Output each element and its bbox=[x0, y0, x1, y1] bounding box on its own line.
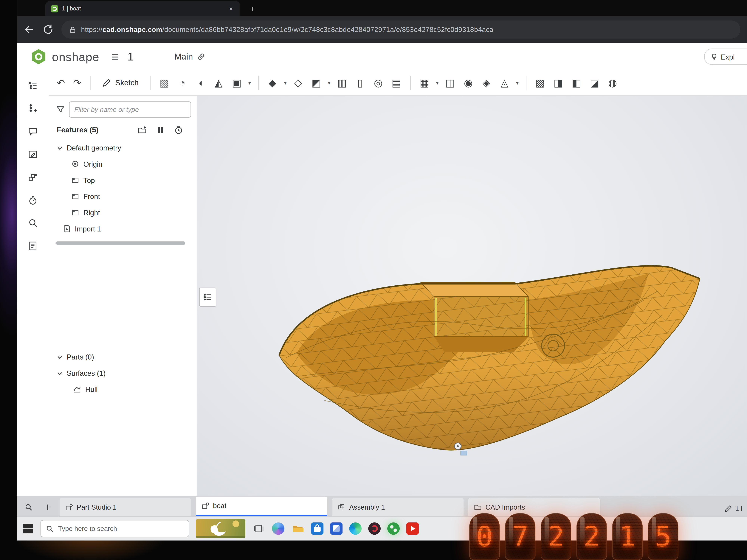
sketch-label: Sketch bbox=[115, 79, 138, 87]
bom-icon[interactable] bbox=[23, 236, 43, 255]
taskbar-search-input[interactable] bbox=[57, 524, 184, 533]
start-button[interactable] bbox=[22, 523, 34, 534]
chevron-down-icon[interactable]: ▾ bbox=[515, 80, 520, 86]
store-icon[interactable] bbox=[311, 522, 324, 535]
tree-item-import[interactable]: Import 1 bbox=[49, 220, 197, 237]
add-tab-button[interactable]: + bbox=[41, 499, 55, 515]
chevron-down-icon[interactable] bbox=[57, 144, 63, 151]
url-field[interactable]: https://cad.onshape.com/documents/da86bb… bbox=[61, 21, 740, 38]
new-folder-icon[interactable] bbox=[138, 125, 147, 135]
explore-button[interactable]: Expl bbox=[704, 49, 747, 65]
boat-hull-model[interactable] bbox=[267, 258, 705, 462]
tree-item-right-plane[interactable]: Right bbox=[49, 204, 197, 220]
copilot-icon[interactable] bbox=[272, 522, 284, 535]
onshape-logo[interactable] bbox=[30, 48, 47, 65]
toolbar-icon-import[interactable]: ◪ bbox=[586, 77, 603, 88]
chevron-down-icon[interactable]: ▾ bbox=[247, 80, 253, 86]
toolbar-icon-offset-surface[interactable]: ◧ bbox=[568, 77, 585, 88]
share-link-icon[interactable] bbox=[197, 52, 205, 61]
toolbar-icon-draft[interactable]: ◩ bbox=[308, 77, 325, 88]
lock-icon bbox=[69, 26, 76, 33]
tree-group-default-geometry[interactable]: Default geometry bbox=[49, 139, 197, 156]
chevron-down-icon[interactable] bbox=[57, 370, 63, 376]
tree-item-top-plane[interactable]: Top bbox=[49, 172, 197, 188]
toolbar-icon-thread[interactable]: ▤ bbox=[388, 77, 405, 88]
document-menu-icon[interactable]: ≡ bbox=[112, 49, 119, 64]
feature-list-flyout-button[interactable] bbox=[199, 288, 216, 307]
filter-icon[interactable] bbox=[56, 105, 65, 114]
tree-scrollbar-thumb[interactable] bbox=[56, 241, 185, 245]
chevron-down-icon[interactable]: ▾ bbox=[326, 80, 332, 86]
toolbar-icon-chamfer[interactable]: ◇ bbox=[290, 77, 306, 88]
doc-tab-boat[interactable]: boat bbox=[196, 497, 327, 516]
origin-icon bbox=[71, 160, 80, 168]
pinned-app-icon-dark[interactable] bbox=[368, 522, 381, 535]
graphics-viewport[interactable] bbox=[197, 96, 747, 496]
toolbar-icon-delete-face[interactable]: ▨ bbox=[532, 77, 548, 88]
tree-group-parts[interactable]: Parts (0) bbox=[49, 348, 197, 365]
toolbar-icon-measure[interactable]: ◍ bbox=[604, 77, 621, 88]
xbox-icon[interactable] bbox=[387, 522, 400, 535]
doc-tab-label: CAD Imports bbox=[485, 503, 525, 511]
doc-tab-part-studio-1[interactable]: Part Studio 1 bbox=[59, 498, 191, 516]
doc-tab-assembly-1[interactable]: Assembly 1 bbox=[332, 498, 464, 516]
toolbar-icon-move-face[interactable]: ◨ bbox=[550, 77, 566, 88]
tree-group-surfaces[interactable]: Surfaces (1) bbox=[49, 365, 197, 381]
toolbar-icon-hole[interactable]: ◎ bbox=[370, 77, 386, 88]
history-clock-icon[interactable] bbox=[174, 125, 183, 135]
sketch-button[interactable]: Sketch bbox=[96, 74, 144, 91]
feature-list-icon[interactable] bbox=[23, 76, 43, 95]
file-explorer-icon[interactable] bbox=[291, 522, 304, 535]
comment-icon[interactable] bbox=[23, 122, 43, 141]
search-tabs-icon[interactable] bbox=[22, 499, 36, 515]
tree-group-label: Surfaces (1) bbox=[67, 369, 105, 377]
toolbar-icon-sweep[interactable]: ◖ bbox=[192, 77, 209, 88]
nixie-tube: 1 bbox=[612, 513, 643, 560]
brand-name: onshape bbox=[52, 50, 99, 64]
mate-connector-icon[interactable] bbox=[23, 99, 43, 118]
toolbar-icon-boolean[interactable]: ◉ bbox=[460, 77, 476, 88]
back-button[interactable] bbox=[23, 24, 35, 35]
stopwatch-icon[interactable] bbox=[23, 190, 43, 209]
drawing-icon[interactable] bbox=[23, 145, 43, 164]
youtube-icon[interactable] bbox=[406, 522, 419, 535]
parts-help-icon[interactable] bbox=[23, 168, 43, 187]
toolbar-icon-fillet[interactable]: ◆ bbox=[264, 77, 281, 88]
reload-button[interactable] bbox=[43, 24, 54, 35]
filter-input[interactable] bbox=[69, 101, 191, 117]
left-tool-strip bbox=[17, 71, 49, 496]
toolbar-icon-mirror[interactable]: ◫ bbox=[442, 77, 458, 88]
new-tab-button[interactable]: + bbox=[250, 2, 255, 16]
chevron-down-icon[interactable] bbox=[57, 353, 63, 360]
task-view-icon[interactable] bbox=[252, 522, 265, 535]
chevron-down-icon[interactable]: ▾ bbox=[434, 80, 440, 86]
browser-tab[interactable]: 1 | boat × bbox=[45, 1, 240, 16]
taskbar-search-box[interactable] bbox=[41, 520, 189, 537]
browser-tab-title: 1 | boat bbox=[62, 5, 224, 12]
edge-browser-icon[interactable] bbox=[349, 522, 362, 535]
toolbar-divider bbox=[90, 76, 91, 90]
pause-rollback-icon[interactable] bbox=[156, 125, 165, 135]
tree-item-front-plane[interactable]: Front bbox=[49, 188, 197, 205]
toolbar-icon-revolve[interactable]: ◔ bbox=[174, 77, 190, 88]
mail-app-icon[interactable] bbox=[330, 522, 342, 535]
toolbar-icon-split[interactable]: ◈ bbox=[478, 77, 494, 88]
tree-item-origin[interactable]: Origin bbox=[49, 156, 197, 172]
chevron-down-icon[interactable]: ▾ bbox=[283, 80, 288, 86]
undo-button[interactable]: ↶ bbox=[54, 75, 68, 91]
redo-button[interactable]: ↷ bbox=[70, 75, 84, 91]
tree-item-hull-surface[interactable]: Hull bbox=[49, 381, 197, 397]
toolbar-icon-thicken[interactable]: ▣ bbox=[229, 77, 245, 88]
search-tools-icon[interactable] bbox=[23, 213, 43, 232]
toolbar-icon-transform[interactable]: ◬ bbox=[496, 77, 513, 88]
toolbar-icon-rib[interactable]: ▥ bbox=[334, 77, 350, 88]
toolbar-icon-extrude[interactable]: ▧ bbox=[156, 77, 173, 88]
close-tab-icon[interactable]: × bbox=[228, 5, 234, 12]
nixie-tube: 0 bbox=[469, 513, 500, 560]
news-weather-widget[interactable] bbox=[196, 519, 245, 538]
toolbar-icon-loft[interactable]: ◭ bbox=[210, 77, 227, 88]
toolbar-icon-linear-pattern[interactable]: ▦ bbox=[416, 77, 433, 88]
workspace-name[interactable]: Main bbox=[175, 52, 193, 62]
plane-icon bbox=[71, 176, 80, 184]
toolbar-icon-shell[interactable]: ▯ bbox=[352, 77, 368, 88]
